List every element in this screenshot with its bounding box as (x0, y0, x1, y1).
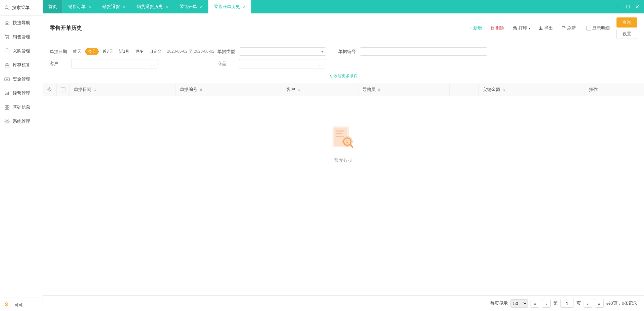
settings-bottom-btn[interactable]: ⚙ (4, 301, 9, 308)
tab-sales-return-history[interactable]: 销货退货历史 ✕ (131, 0, 174, 13)
maximize-btn[interactable]: □ (625, 2, 631, 11)
next-page-icon: › (587, 301, 588, 306)
gear-icon (4, 118, 10, 124)
th-customer-label: 客户 (286, 87, 295, 92)
per-page-select[interactable]: 50 10 20 100 (510, 299, 528, 308)
show-detail-toggle[interactable]: 显示明细 (586, 25, 610, 31)
add-button[interactable]: + 新增 (467, 24, 484, 33)
th-amount[interactable]: 实销金额 ⇅ (478, 83, 585, 96)
close-btn[interactable]: ✕ (634, 2, 641, 11)
prev-page-icon: ‹ (545, 301, 547, 306)
tab-label: 零售开单历史 (214, 4, 240, 10)
filter-docnum-group: 单据编号 (338, 47, 637, 56)
svg-rect-13 (7, 105, 9, 107)
tab-close-icon[interactable]: ✕ (165, 5, 168, 9)
svg-rect-4 (5, 50, 9, 53)
chart-icon (4, 90, 10, 96)
tab-sales-order[interactable]: 销售订单 ✕ (63, 0, 97, 13)
delete-button[interactable]: 🗑 删除 (488, 24, 506, 33)
sidebar-item-sales-mgmt[interactable]: 销售管理 (0, 30, 43, 44)
toolbar-divider (582, 25, 582, 32)
show-detail-checkbox[interactable] (586, 26, 591, 31)
tab-close-icon[interactable]: ✕ (122, 5, 126, 9)
cart-icon (4, 34, 10, 40)
tab-retail-open-history[interactable]: 零售开单历史 ✕ (208, 0, 251, 13)
tab-retail-open[interactable]: 零售开单 ✕ (174, 0, 208, 13)
box-icon (4, 62, 10, 68)
date-btn-1month[interactable]: 近1月 (117, 48, 132, 55)
per-page-label: 每页显示 (490, 300, 508, 306)
th-salesman[interactable]: 导购员 ⇅ (358, 83, 449, 96)
date-btn-7days[interactable]: 近7天 (101, 48, 115, 55)
collapse-bar[interactable]: ∧ 收起更多条件 (50, 72, 637, 80)
customer-label: 客户 (50, 61, 68, 67)
date-btn-more[interactable]: 更多 (133, 48, 145, 55)
settings-button[interactable]: 设置 (616, 29, 637, 39)
th-date[interactable]: 单据日期 ⇅ (69, 83, 176, 96)
first-page-btn[interactable]: « (531, 299, 539, 308)
sidebar-item-finance[interactable]: 资金管理 (0, 72, 43, 86)
table-area: 单据日期 ⇅ 单据编号 ⇅ 客户 ⇅ 导购员 ⇅ (43, 83, 644, 295)
filter-customer-group: 客户 ... (50, 59, 217, 68)
type-select[interactable]: ▾ (239, 47, 326, 56)
th-ops-label: 操作 (589, 87, 598, 92)
sidebar-item-basic-info[interactable]: 基础信息 (0, 100, 43, 114)
total-info: 共0页，0条记录 (606, 300, 637, 306)
show-detail-label: 显示明细 (592, 25, 610, 31)
svg-rect-7 (5, 78, 9, 81)
tab-close-icon[interactable]: ✕ (243, 5, 246, 9)
sidebar-item-ops-mgmt[interactable]: 经营管理 (0, 86, 43, 100)
sidebar-item-inventory[interactable]: 库存核算 (0, 58, 43, 72)
next-page-btn[interactable]: › (584, 299, 592, 308)
minimize-btn[interactable]: — (614, 2, 622, 11)
sidebar-item-sys-mgmt[interactable]: 系统管理 (0, 114, 43, 128)
tab-sales-return[interactable]: 销货退货 ✕ (97, 0, 131, 13)
tab-close-icon[interactable]: ✕ (200, 5, 203, 9)
filter-row-2: 客户 ... 商品 ... (50, 59, 637, 68)
goods-input[interactable]: ... (239, 59, 326, 68)
th-number[interactable]: 单据编号 ⇅ (176, 83, 282, 96)
query-button[interactable]: 查询 (616, 17, 637, 28)
print-label: 打印 (518, 25, 527, 31)
sidebar-item-quick-nav[interactable]: 快捷导航 (0, 16, 43, 30)
sidebar-search[interactable]: 搜索采单 (0, 0, 43, 16)
page-prefix: 第 (553, 300, 558, 306)
customer-input[interactable]: ... (71, 59, 158, 68)
first-page-icon: « (534, 301, 536, 306)
sidebar-item-label: 快捷导航 (13, 20, 30, 26)
filter-date-group: 单据日期 昨天 今天 近7天 近1月 更多 自定义 2023-06-02 至 2… (50, 48, 217, 55)
print-button[interactable]: 打印 ▾ (510, 24, 532, 33)
sort-icon: ⇅ (378, 88, 380, 92)
sidebar-item-label: 系统管理 (13, 118, 30, 124)
goods-dots: ... (319, 61, 323, 67)
docnum-label: 单据编号 (338, 49, 357, 55)
collapse-btn[interactable]: ◀◀ (14, 301, 22, 308)
th-ops: 操作 (585, 83, 644, 96)
docnum-input[interactable] (360, 47, 487, 56)
svg-rect-19 (514, 29, 516, 29)
refresh-button[interactable]: 刷新 (559, 24, 578, 33)
export-button[interactable]: 导出 (536, 24, 555, 33)
sort-icon: ⇅ (502, 88, 505, 92)
date-btn-custom[interactable]: 自定义 (147, 48, 163, 55)
goods-label: 商品 (217, 61, 236, 67)
th-spacer (449, 83, 478, 96)
th-check[interactable] (56, 83, 69, 96)
date-btn-today[interactable]: 今天 (85, 48, 99, 55)
sidebar-item-label: 采购管理 (13, 48, 30, 54)
th-gear[interactable] (43, 83, 56, 96)
tab-home[interactable]: 首页 (43, 0, 63, 13)
table-header-row: 单据日期 ⇅ 单据编号 ⇅ 客户 ⇅ 导购员 ⇅ (43, 83, 644, 96)
svg-rect-11 (8, 92, 9, 95)
filter-row-1: 单据日期 昨天 今天 近7天 近1月 更多 自定义 2023-06-02 至 2… (50, 47, 637, 56)
page-number-input[interactable] (560, 299, 574, 308)
sidebar-item-purchase-mgmt[interactable]: 采购管理 (0, 44, 43, 58)
home-icon (4, 20, 10, 26)
last-page-btn[interactable]: » (595, 299, 604, 308)
tab-close-icon[interactable]: ✕ (88, 5, 91, 9)
date-btn-yesterday[interactable]: 昨天 (71, 48, 83, 55)
svg-point-8 (6, 79, 8, 80)
prev-page-btn[interactable]: ‹ (542, 299, 551, 308)
page-header: 零售开单历史 + 新增 🗑 删除 打印 ▾ 导出 刷新 (43, 13, 644, 43)
th-customer[interactable]: 客户 ⇅ (282, 83, 358, 96)
